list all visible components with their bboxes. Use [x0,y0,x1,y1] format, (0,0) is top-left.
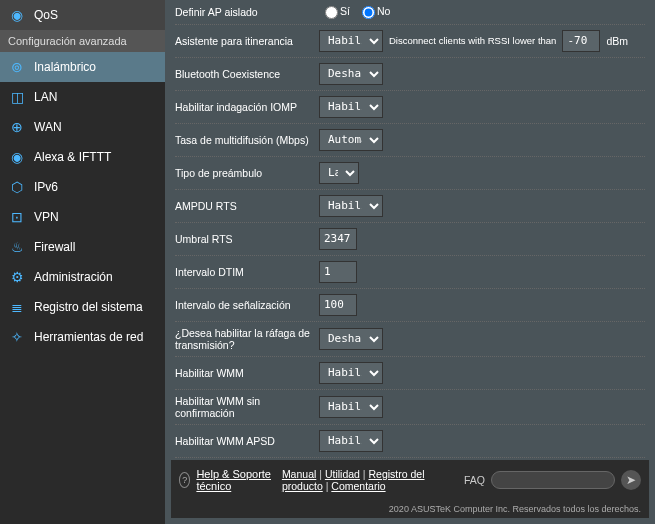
text-rssi: Disconnect clients with RSSI lower than [389,35,556,46]
sidebar-item-ipv6[interactable]: ⬡IPv6 [0,172,165,202]
tools-icon: ✧ [8,328,26,346]
label-wmm: Habilitar WMM [175,367,319,379]
label-bluetooth: Bluetooth Coexistence [175,68,319,80]
select-iomp[interactable]: Habilitar [319,96,383,118]
vpn-icon: ⊡ [8,208,26,226]
select-wmm-apsd[interactable]: Habilitar [319,430,383,452]
utility-link[interactable]: Utilidad [325,468,360,480]
help-support-link[interactable]: Help & Soporte técnico [196,468,271,492]
label-wmm-noack: Habilitar WMM sin confirmación [175,395,319,419]
input-beacon[interactable] [319,294,357,316]
unit-dbm: dBm [606,35,628,47]
log-icon: ≣ [8,298,26,316]
search-button[interactable]: ➤ [621,470,641,490]
sidebar-item-admin[interactable]: ⚙Administración [0,262,165,292]
select-wmm[interactable]: Habilitar [319,362,383,384]
input-rts[interactable] [319,228,357,250]
select-preamble[interactable]: Largo [319,162,359,184]
input-dtim[interactable] [319,261,357,283]
input-rssi[interactable] [562,30,600,52]
sidebar-item-firewall[interactable]: ♨Firewall [0,232,165,262]
label-dtim: Intervalo DTIM [175,266,319,278]
sidebar-item-wan[interactable]: ⊕WAN [0,112,165,142]
label-tx-burst: ¿Desea habilitar la ráfaga de transmisió… [175,327,319,351]
sidebar-advanced-header: Configuración avanzada [0,30,165,52]
lan-icon: ◫ [8,88,26,106]
sidebar: ◉QoS Configuración avanzada ⊚Inalámbrico… [0,0,165,524]
alexa-icon: ◉ [8,148,26,166]
fire-icon: ♨ [8,238,26,256]
footer-links: Manual | Utilidad | Registro del product… [282,468,454,492]
manual-link[interactable]: Manual [282,468,316,480]
label-multicast: Tasa de multidifusión (Mbps) [175,134,319,146]
sidebar-item-qos[interactable]: ◉QoS [0,0,165,30]
label-roaming: Asistente para itinerancia [175,35,319,47]
footer-bar: ? Help & Soporte técnico Manual | Utilid… [171,460,649,500]
label-iomp: Habilitar indagación IOMP [175,101,319,113]
radio-no[interactable]: No [356,5,390,19]
radio-si[interactable]: Sí [319,5,350,19]
ipv6-icon: ⬡ [8,178,26,196]
label-preamble: Tipo de preámbulo [175,167,319,179]
label-ap-isolated: Definir AP aislado [175,6,319,18]
select-multicast[interactable]: Automático [319,129,383,151]
wifi-icon: ⊚ [8,58,26,76]
main-panel: Definir AP aislado SíNo Asistente para i… [165,0,655,524]
select-tx-burst[interactable]: Deshabilitar [319,328,383,350]
sidebar-item-alexa[interactable]: ◉Alexa & IFTTT [0,142,165,172]
select-ampdu-rts[interactable]: Habilitar [319,195,383,217]
sidebar-item-nettools[interactable]: ✧Herramientas de red [0,322,165,352]
select-wmm-noack[interactable]: Habilitar [319,396,383,418]
sidebar-item-lan[interactable]: ◫LAN [0,82,165,112]
label-wmm-apsd: Habilitar WMM APSD [175,435,319,447]
sidebar-item-syslog[interactable]: ≣Registro del sistema [0,292,165,322]
copyright-text: 2020 ASUSTeK Computer Inc. Reservados to… [171,500,649,518]
faq-label: FAQ [464,474,485,486]
select-roaming[interactable]: Habilitar [319,30,383,52]
globe-icon: ⊕ [8,118,26,136]
settings-form: Definir AP aislado SíNo Asistente para i… [171,0,649,460]
help-icon: ? [179,472,190,488]
faq-search-input[interactable] [491,471,615,489]
feedback-link[interactable]: Comentario [331,480,385,492]
gear-icon: ⚙ [8,268,26,286]
search-icon: ➤ [626,473,636,487]
sidebar-item-wireless[interactable]: ⊚Inalámbrico [0,52,165,82]
select-bluetooth[interactable]: Deshabilitar [319,63,383,85]
label-rts-threshold: Umbral RTS [175,233,319,245]
gauge-icon: ◉ [8,6,26,24]
label-beacon: Intervalo de señalización [175,299,319,311]
label-ampdu-rts: AMPDU RTS [175,200,319,212]
sidebar-item-vpn[interactable]: ⊡VPN [0,202,165,232]
